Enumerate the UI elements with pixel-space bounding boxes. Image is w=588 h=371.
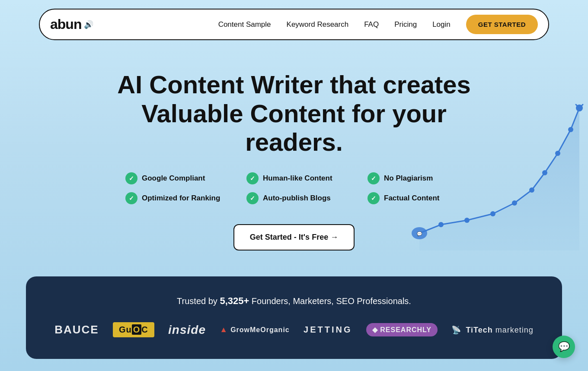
check-icon-no-plagiarism: ✓ [368, 172, 380, 184]
logo-jetting: JETTING [304, 325, 352, 335]
nav-faq[interactable]: FAQ [364, 20, 379, 29]
titech-icon: 📡 [451, 326, 461, 334]
feature-optimized-ranking: ✓ Optimized for Ranking [125, 192, 220, 204]
trusted-text: Trusted by 5,325+ Founders, Marketers, S… [52, 295, 536, 307]
feature-label-auto-publish: Auto-publish Blogs [263, 194, 331, 203]
check-icon-human-like: ✓ [246, 172, 259, 184]
feature-label-optimized-ranking: Optimized for Ranking [142, 194, 220, 203]
feature-no-plagiarism: ✓ No Plagiarism [368, 172, 463, 184]
feature-label-human-like: Human-like Content [263, 174, 332, 183]
hero-section: AI Content Writer that creates Valuable … [0, 40, 588, 268]
trusted-suffix: Founders, Marketers, SEO Professionals. [249, 296, 411, 306]
check-icon-auto-publish: ✓ [246, 192, 259, 204]
trusted-count: 5,325+ [220, 295, 249, 306]
growme-label: GrowMeOrganic [230, 326, 290, 334]
nav-login[interactable]: Login [432, 20, 451, 29]
check-icon-optimized-ranking: ✓ [125, 192, 137, 204]
logo-guoc: GuOC [113, 322, 154, 337]
nav-links: Content Sample Keyword Research FAQ Pric… [218, 20, 451, 29]
feature-label-google-compliant: Google Compliant [142, 174, 205, 183]
check-icon-google-compliant: ✓ [125, 172, 137, 184]
check-icon-factual: ✓ [368, 192, 380, 204]
hero-cta-button[interactable]: Get Started - It's Free → [233, 224, 355, 251]
feature-label-factual: Factual Content [384, 194, 439, 203]
logo-bauce: BAUCE [54, 323, 99, 336]
logo-inside: inside [168, 323, 206, 337]
titech-label: TiTech marketing [466, 326, 533, 334]
logos-row: BAUCE GuOC inside ▲ GrowMeOrganic JETTIN… [52, 322, 536, 337]
nav-keyword-research[interactable]: Keyword Research [287, 20, 349, 29]
nav-pricing[interactable]: Pricing [394, 20, 417, 29]
chat-icon: 💬 [558, 341, 570, 352]
chat-widget-button[interactable]: 💬 [553, 336, 575, 358]
trusted-prefix: Trusted by [177, 296, 220, 306]
feature-label-no-plagiarism: No Plagiarism [384, 174, 433, 183]
feature-auto-publish: ✓ Auto-publish Blogs [246, 192, 342, 204]
logo-titech: 📡 TiTech marketing [451, 325, 533, 335]
nav-get-started-button[interactable]: GET STARTED [466, 15, 538, 34]
sound-icon: 🔊 [84, 20, 93, 29]
feature-google-compliant: ✓ Google Compliant [125, 172, 220, 184]
hero-title: AI Content Writer that creates Valuable … [99, 70, 489, 157]
growme-icon: ▲ [220, 325, 228, 334]
logo-researchly: ◆ RESEARCHLY [366, 323, 438, 336]
logo-growme: ▲ GrowMeOrganic [220, 325, 289, 334]
logo-area: abun 🔊 [50, 16, 93, 32]
features-grid: ✓ Google Compliant ✓ Human-like Content … [125, 172, 463, 204]
trusted-section: Trusted by 5,325+ Founders, Marketers, S… [26, 276, 562, 359]
nav-wrapper: abun 🔊 Content Sample Keyword Research F… [0, 0, 588, 40]
navbar: abun 🔊 Content Sample Keyword Research F… [39, 9, 549, 40]
nav-content-sample[interactable]: Content Sample [218, 20, 271, 29]
feature-human-like: ✓ Human-like Content [246, 172, 342, 184]
feature-factual: ✓ Factual Content [368, 192, 463, 204]
logo-text: abun [50, 16, 81, 32]
